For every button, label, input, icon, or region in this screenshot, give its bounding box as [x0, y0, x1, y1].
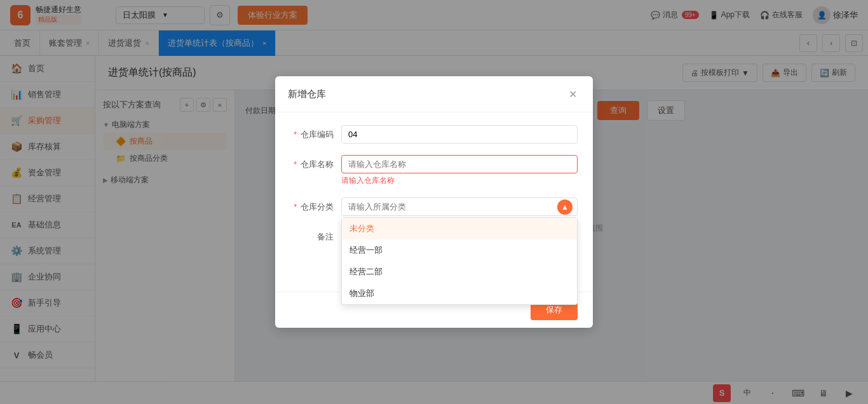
dropdown-option-1[interactable]: 经营一部: [342, 239, 577, 261]
category-label: * 仓库分类: [290, 198, 341, 213]
form-row-category: * 仓库分类 ▲ 未分类 经营一部 经营二部 物业部: [290, 198, 578, 216]
name-input[interactable]: [341, 155, 578, 173]
modal-body: * 仓库编码 * 仓库名称 请输入仓库名称: [275, 112, 593, 292]
modal-header: 新增仓库 ✕: [275, 76, 593, 112]
code-control: [341, 125, 578, 144]
category-input[interactable]: [341, 198, 578, 216]
dropdown-option-0[interactable]: 未分类: [342, 218, 577, 239]
modal-close-button[interactable]: ✕: [565, 86, 580, 102]
notes-label: 备注: [290, 227, 341, 243]
dropdown-arrow-btn[interactable]: ▲: [557, 199, 573, 215]
code-label: * 仓库编码: [290, 125, 341, 140]
dropdown-option-2[interactable]: 经营二部: [342, 261, 577, 283]
dropdown-list: 未分类 经营一部 经营二部 物业部: [341, 217, 578, 305]
name-label: * 仓库名称: [290, 155, 341, 170]
form-row-code: * 仓库编码: [290, 125, 578, 144]
name-control: 请输入仓库名称: [341, 155, 578, 186]
dropdown-option-3[interactable]: 物业部: [342, 283, 577, 304]
modal-title: 新增仓库: [288, 88, 326, 100]
category-dropdown: ▲ 未分类 经营一部 经营二部 物业部: [341, 198, 578, 216]
code-input[interactable]: [341, 125, 578, 144]
category-control: ▲ 未分类 经营一部 经营二部 物业部: [341, 198, 578, 216]
name-error-msg: 请输入仓库名称: [341, 175, 578, 186]
modal-overlay[interactable]: 新增仓库 ✕ * 仓库编码 * 仓库名称: [0, 0, 868, 404]
form-row-name: * 仓库名称 请输入仓库名称: [290, 155, 578, 186]
modal-add-warehouse: 新增仓库 ✕ * 仓库编码 * 仓库名称: [275, 76, 593, 328]
